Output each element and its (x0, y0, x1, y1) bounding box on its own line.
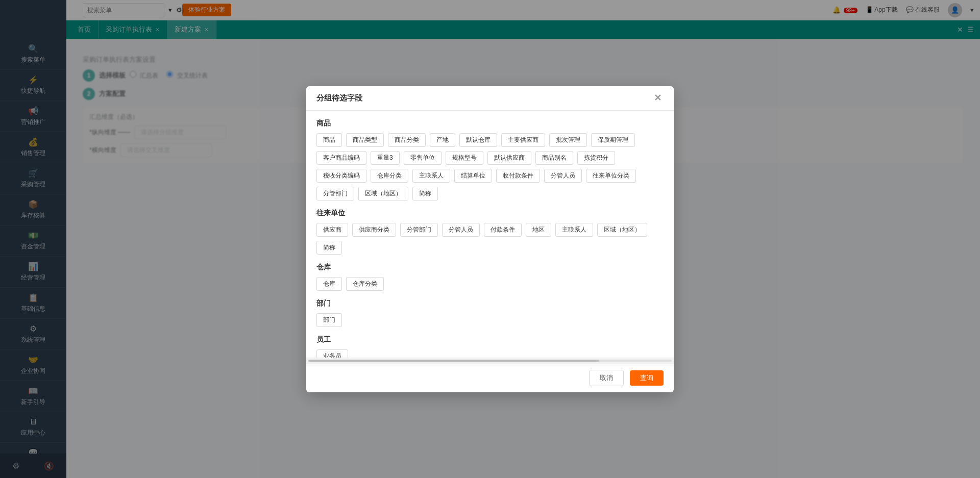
field-tags-0: 商品商品类型商品分类产地默认仓库主要供应商批次管理保质期管理客户商品编码重量3零… (316, 133, 664, 200)
field-tags-2: 仓库仓库分类 (316, 277, 664, 291)
section-title-0: 商品 (316, 119, 664, 128)
field-tag-0-0[interactable]: 商品 (316, 133, 342, 147)
modal-dialog: 分组待选字段 ✕ 商品商品商品类型商品分类产地默认仓库主要供应商批次管理保质期管… (306, 86, 674, 392)
field-section-4: 员工业务员 (316, 335, 664, 358)
confirm-button[interactable]: 查询 (630, 370, 664, 386)
section-title-3: 部门 (316, 299, 664, 308)
field-section-1: 往来单位供应商供应商分类分管部门分管人员付款条件地区主联系人区域（地区）简称 (316, 209, 664, 255)
field-section-0: 商品商品商品类型商品分类产地默认仓库主要供应商批次管理保质期管理客户商品编码重量… (316, 119, 664, 200)
field-tag-1-7[interactable]: 区域（地区） (597, 223, 647, 237)
field-tag-0-8[interactable]: 客户商品编码 (316, 151, 366, 165)
field-tag-0-16[interactable]: 仓库分类 (371, 169, 408, 183)
field-tag-0-24[interactable]: 简称 (412, 187, 438, 200)
field-tag-0-4[interactable]: 默认仓库 (459, 133, 497, 147)
field-tag-0-21[interactable]: 往来单位分类 (586, 169, 636, 183)
field-section-2: 仓库仓库仓库分类 (316, 263, 664, 291)
modal-title: 分组待选字段 (316, 93, 362, 103)
field-section-3: 部门部门 (316, 299, 664, 327)
field-tag-0-14[interactable]: 拣货积分 (577, 151, 615, 165)
field-tag-1-0[interactable]: 供应商 (316, 223, 348, 237)
cancel-button[interactable]: 取消 (589, 370, 624, 386)
field-tag-1-5[interactable]: 地区 (526, 223, 551, 237)
modal-overlay: 分组待选字段 ✕ 商品商品商品类型商品分类产地默认仓库主要供应商批次管理保质期管… (0, 0, 980, 478)
field-tag-1-4[interactable]: 付款条件 (484, 223, 522, 237)
field-tag-0-3[interactable]: 产地 (430, 133, 455, 147)
field-tag-2-0[interactable]: 仓库 (316, 277, 342, 291)
field-tag-0-2[interactable]: 商品分类 (388, 133, 426, 147)
section-title-1: 往来单位 (316, 209, 664, 218)
field-tag-0-20[interactable]: 分管人员 (544, 169, 582, 183)
field-tag-0-6[interactable]: 批次管理 (549, 133, 587, 147)
field-tag-0-9[interactable]: 重量3 (371, 151, 400, 165)
field-tag-0-1[interactable]: 商品类型 (346, 133, 384, 147)
field-tag-0-15[interactable]: 税收分类编码 (316, 169, 366, 183)
field-tag-0-10[interactable]: 零售单位 (404, 151, 442, 165)
field-tag-0-5[interactable]: 主要供应商 (501, 133, 545, 147)
section-title-4: 员工 (316, 335, 664, 344)
field-tag-0-23[interactable]: 区域（地区） (358, 187, 408, 200)
modal-footer: 取消 查询 (306, 364, 674, 392)
field-tag-0-22[interactable]: 分管部门 (316, 187, 354, 200)
field-tag-0-17[interactable]: 主联系人 (412, 169, 450, 183)
field-tag-0-13[interactable]: 商品别名 (535, 151, 573, 165)
field-tag-4-0[interactable]: 业务员 (316, 349, 348, 358)
field-tag-0-12[interactable]: 默认供应商 (487, 151, 531, 165)
field-tags-3: 部门 (316, 313, 664, 327)
field-tag-0-11[interactable]: 规格型号 (446, 151, 483, 165)
field-tag-0-7[interactable]: 保质期管理 (591, 133, 635, 147)
field-tag-1-8[interactable]: 简称 (316, 241, 342, 255)
field-tag-2-1[interactable]: 仓库分类 (346, 277, 384, 291)
field-tag-1-2[interactable]: 分管部门 (400, 223, 438, 237)
field-tag-0-18[interactable]: 结算单位 (454, 169, 492, 183)
field-tag-3-0[interactable]: 部门 (316, 313, 342, 327)
field-tags-4: 业务员 (316, 349, 664, 358)
modal-hscroll[interactable] (306, 358, 674, 364)
field-tag-1-3[interactable]: 分管人员 (442, 223, 480, 237)
modal-close-btn[interactable]: ✕ (651, 92, 664, 104)
field-tags-1: 供应商供应商分类分管部门分管人员付款条件地区主联系人区域（地区）简称 (316, 223, 664, 255)
field-tag-1-1[interactable]: 供应商分类 (352, 223, 396, 237)
modal-header: 分组待选字段 ✕ (306, 86, 674, 111)
field-tag-1-6[interactable]: 主联系人 (555, 223, 593, 237)
field-tag-0-19[interactable]: 收付款条件 (496, 169, 540, 183)
modal-body: 商品商品商品类型商品分类产地默认仓库主要供应商批次管理保质期管理客户商品编码重量… (306, 111, 674, 358)
section-title-2: 仓库 (316, 263, 664, 272)
